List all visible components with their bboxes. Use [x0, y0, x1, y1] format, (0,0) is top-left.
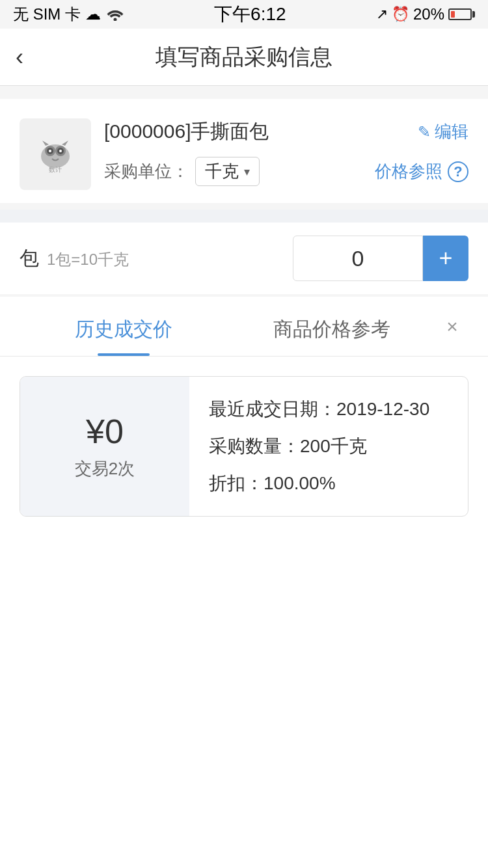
section-divider: [0, 210, 488, 223]
unit-selector-group: 采购单位： 千克 ▾: [104, 157, 260, 186]
white-area: [0, 536, 488, 868]
qty-label-group: 包 1包=10千克: [20, 245, 129, 272]
qty-input[interactable]: [293, 236, 423, 281]
svg-text:数计: 数计: [49, 166, 62, 173]
qty-plus-button[interactable]: +: [423, 236, 468, 281]
status-left: 无 SIM 卡 ☁: [13, 4, 124, 25]
tab-history-price[interactable]: 历史成交价: [20, 297, 228, 356]
price-card-right: 最近成交日期：2019-12-30 采购数量：200千克 折扣：100.00%: [189, 377, 468, 516]
edit-icon: ✎: [418, 123, 431, 141]
product-name: [0000006]手撕面包: [104, 118, 269, 145]
product-image-inner: 数计: [29, 128, 81, 180]
sim-label: 无 SIM 卡 ☁: [13, 4, 101, 25]
qty-plus-label: +: [439, 245, 452, 272]
price-transactions: 交易2次: [75, 457, 135, 480]
svg-point-6: [49, 150, 51, 152]
unit-select-value: 千克: [205, 160, 239, 183]
product-top-row: 数计 [0000006]手撕面包 ✎ 编辑 采购单位： 千克 ▾: [20, 118, 468, 190]
price-detail-purchase-qty: 采购数量：200千克: [209, 433, 448, 459]
nav-bar: ‹ 填写商品采购信息: [0, 29, 488, 86]
qty-conversion: 1包=10千克: [47, 249, 129, 270]
battery-percent: 20%: [413, 5, 444, 23]
alarm-icon: ⏰: [392, 6, 409, 23]
tab-underline: [98, 353, 150, 356]
close-icon: ×: [446, 316, 458, 338]
product-card: 数计 [0000006]手撕面包 ✎ 编辑 采购单位： 千克 ▾: [0, 99, 488, 203]
tabs-container: 历史成交价 商品价格参考 × ¥0 交易2次 最近成交日期：2019-12-30…: [0, 297, 488, 536]
tab-content-history: ¥0 交易2次 最近成交日期：2019-12-30 采购数量：200千克 折扣：…: [0, 357, 488, 536]
product-thumbnail-icon: 数计: [33, 131, 78, 177]
product-unit-row: 采购单位： 千克 ▾ 价格参照 ?: [104, 157, 468, 186]
price-detail-discount: 折扣：100.00%: [209, 470, 448, 496]
back-button[interactable]: ‹: [16, 44, 23, 71]
page-title: 填写商品采购信息: [156, 42, 332, 72]
tab-product-price-ref[interactable]: 商品价格参考: [228, 297, 436, 356]
wifi-icon: [106, 8, 124, 21]
status-time: 下午6:12: [214, 2, 286, 27]
unit-select-arrow-icon: ▾: [244, 165, 250, 179]
svg-point-7: [59, 150, 62, 152]
product-image: 数计: [20, 118, 91, 190]
price-card: ¥0 交易2次 最近成交日期：2019-12-30 采购数量：200千克 折扣：…: [20, 376, 468, 517]
price-ref-button[interactable]: 价格参照 ?: [375, 160, 468, 183]
svg-point-0: [113, 18, 116, 21]
price-detail-recent-date: 最近成交日期：2019-12-30: [209, 396, 448, 422]
price-ref-help-icon: ?: [448, 161, 468, 182]
status-right: ↗ ⏰ 20%: [376, 5, 475, 23]
quantity-row: 包 1包=10千克 +: [0, 223, 488, 294]
qty-input-group: +: [293, 236, 468, 281]
edit-button[interactable]: ✎ 编辑: [418, 120, 468, 143]
tabs-header: 历史成交价 商品价格参考 ×: [0, 297, 488, 357]
product-name-row: [0000006]手撕面包 ✎ 编辑: [104, 118, 468, 145]
status-bar: 无 SIM 卡 ☁ 下午6:12 ↗ ⏰ 20%: [0, 0, 488, 29]
svg-point-1: [41, 144, 70, 168]
tab-close-button[interactable]: ×: [436, 310, 468, 343]
price-ref-label: 价格参照: [375, 160, 442, 183]
battery-icon: [448, 8, 475, 20]
price-amount: ¥0: [86, 412, 124, 451]
price-card-left: ¥0 交易2次: [20, 377, 189, 516]
unit-select-dropdown[interactable]: 千克 ▾: [195, 157, 260, 186]
unit-label: 采购单位：: [104, 160, 189, 183]
qty-unit-name: 包: [20, 245, 39, 272]
edit-label: 编辑: [435, 120, 468, 143]
location-icon: ↗: [376, 6, 388, 23]
product-info: [0000006]手撕面包 ✎ 编辑 采购单位： 千克 ▾ 价格参照 ?: [104, 118, 468, 186]
